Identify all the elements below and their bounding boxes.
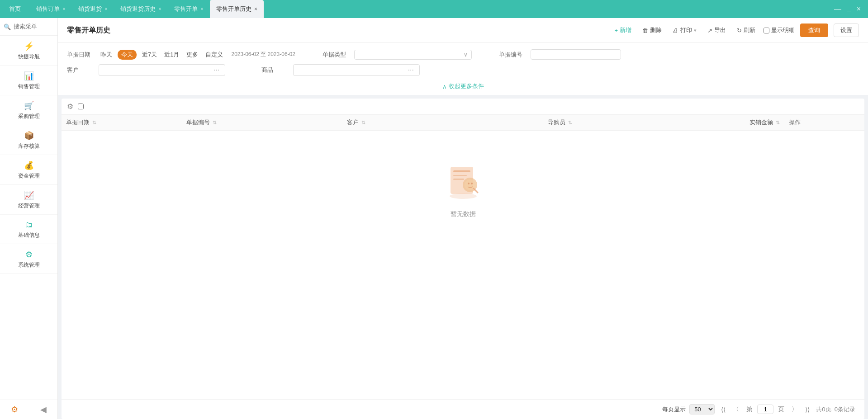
sidebar-item-purchase-mgmt[interactable]: 🛒 采购管理 — [0, 95, 57, 125]
page-header: 零售开单历史 + 新增 🗑 删除 🖨 打印 ▾ ↗ 导出 — [58, 18, 868, 43]
page-number-input[interactable] — [757, 405, 773, 414]
tab-retail-order-close[interactable]: × — [200, 6, 204, 12]
page-total: 共0页, 0条记录 — [816, 405, 855, 414]
goods-filter-label: 商品 — [261, 66, 289, 74]
col-guide: 导购员 ⇅ — [543, 115, 664, 131]
query-button[interactable]: 查询 — [800, 24, 828, 37]
date-opt-7days[interactable]: 近7天 — [140, 50, 159, 60]
sidebar-item-base-info[interactable]: 🗂 基础信息 — [0, 215, 57, 244]
sidebar-item-inventory[interactable]: 📦 库存核算 — [0, 125, 57, 155]
collapse-chevron-icon: ∧ — [442, 83, 447, 90]
number-filter-label: 单据编号 — [499, 51, 526, 59]
new-button[interactable]: + 新增 — [612, 24, 634, 36]
select-all-checkbox[interactable] — [78, 104, 84, 109]
col-number-sort[interactable]: ⇅ — [213, 120, 217, 125]
finance-icon: 💰 — [24, 160, 34, 170]
col-action: 操作 — [784, 115, 865, 131]
col-guide-sort[interactable]: ⇅ — [568, 120, 572, 125]
sidebar-item-purchase-mgmt-label: 采购管理 — [18, 113, 40, 120]
customer-input[interactable] — [103, 67, 212, 74]
operations-icon: 📈 — [24, 190, 34, 200]
refresh-label: 刷新 — [744, 26, 755, 34]
sidebar-item-sys-mgmt[interactable]: ⚙ 系统管理 — [0, 244, 57, 274]
sidebar-item-operations-label: 经营管理 — [18, 202, 40, 210]
sidebar: 🔍 搜索采单 ⚡ 快捷导航 📊 销售管理 🛒 采购管理 📦 库存核算 💰 资金管… — [0, 18, 58, 419]
sys-mgmt-icon: ⚙ — [25, 250, 33, 259]
last-page-icon[interactable]: ⟩⟩ — [802, 405, 812, 414]
tab-return-close[interactable]: × — [104, 6, 108, 12]
sidebar-item-sales-mgmt-label: 销售管理 — [18, 83, 40, 90]
col-amount-label: 实销金额 — [749, 119, 773, 126]
sidebar-search-area[interactable]: 🔍 搜索采单 — [0, 18, 57, 36]
collapse-button[interactable]: ∧ 收起更多条件 — [442, 82, 484, 90]
tab-retail-history-close[interactable]: × — [254, 6, 257, 12]
tab-return-history[interactable]: 销货退货历史 × — [114, 0, 168, 18]
display-checkbox[interactable] — [764, 28, 769, 33]
sidebar-item-quick-nav[interactable]: ⚡ 快捷导航 — [0, 36, 57, 66]
refresh-icon: ↻ — [737, 27, 742, 34]
print-chevron-icon: ▾ — [694, 28, 697, 33]
print-button[interactable]: 🖨 打印 ▾ — [670, 24, 699, 36]
sidebar-item-sales-mgmt[interactable]: 📊 销售管理 — [0, 66, 57, 95]
date-opt-more[interactable]: 更多 — [185, 50, 200, 60]
type-select[interactable]: ∨ — [354, 50, 472, 60]
print-label: 打印 — [680, 26, 692, 34]
sidebar-search-inner[interactable]: 🔍 搜索采单 — [4, 23, 54, 31]
date-opt-today[interactable]: 今天 — [118, 50, 137, 60]
setting-button[interactable]: 设置 — [834, 24, 859, 37]
date-filter-label: 单据日期 — [67, 51, 94, 59]
maximize-icon[interactable]: □ — [847, 5, 851, 13]
delete-button[interactable]: 🗑 删除 — [640, 24, 664, 36]
date-opt-1month[interactable]: 近1月 — [162, 50, 181, 60]
collapse-label: 收起更多条件 — [449, 82, 484, 90]
date-opt-custom[interactable]: 自定义 — [204, 50, 225, 60]
tab-sales-order-close[interactable]: × — [62, 6, 66, 12]
sidebar-item-operations[interactable]: 📈 经营管理 — [0, 185, 57, 215]
table-settings-icon[interactable]: ⚙ — [67, 102, 73, 111]
date-range: 2023-06-02 至 2023-06-02 — [231, 51, 295, 58]
toolbar: + 新增 🗑 删除 🖨 打印 ▾ ↗ 导出 ↻ 刷新 — [612, 24, 859, 42]
print-icon: 🖨 — [673, 27, 678, 34]
window-close-icon[interactable]: × — [857, 5, 861, 13]
first-page-icon[interactable]: ⟨⟨ — [718, 405, 728, 414]
tab-retail-order-label: 零售开单 — [174, 5, 198, 13]
main-layout: 🔍 搜索采单 ⚡ 快捷导航 📊 销售管理 🛒 采购管理 📦 库存核算 💰 资金管… — [0, 18, 868, 419]
date-opt-yesterday[interactable]: 昨天 — [99, 50, 114, 60]
display-toggle[interactable]: 显示明细 — [764, 26, 795, 34]
goods-input[interactable] — [297, 67, 406, 74]
inventory-icon: 📦 — [24, 131, 34, 141]
refresh-button[interactable]: ↻ 刷新 — [734, 24, 758, 36]
data-table: 单据日期 ⇅ 单据编号 ⇅ 客户 ⇅ — [62, 115, 864, 131]
customer-ellipsis-button[interactable]: ··· — [212, 66, 221, 74]
tab-sales-order[interactable]: 销售订单 × — [30, 0, 72, 18]
tab-return[interactable]: 销货退货 × — [72, 0, 114, 18]
tab-return-history-close[interactable]: × — [158, 6, 161, 12]
minimize-icon[interactable]: — — [834, 5, 841, 13]
quick-nav-icon: ⚡ — [24, 41, 34, 51]
tab-retail-order[interactable]: 零售开单 × — [168, 0, 210, 18]
page-label-prefix: 第 — [744, 405, 755, 414]
settings-bottom-icon[interactable]: ⚙ — [11, 405, 18, 414]
col-guide-label: 导购员 — [548, 119, 565, 126]
per-page-select[interactable]: 50 100 200 — [689, 404, 715, 414]
filter-area: 单据日期 昨天 今天 近7天 近1月 更多 自定义 2023-06-02 至 2… — [58, 43, 868, 95]
tab-home[interactable]: 首页 — [0, 0, 30, 18]
base-info-icon: 🗂 — [25, 220, 33, 230]
svg-rect-4 — [453, 179, 464, 180]
sidebar-item-finance[interactable]: 💰 资金管理 — [0, 155, 57, 185]
col-date-sort[interactable]: ⇅ — [92, 120, 96, 125]
next-page-icon[interactable]: 〉 — [789, 405, 801, 414]
customer-input-wrap: ··· — [99, 64, 225, 76]
col-amount-sort[interactable]: ⇅ — [776, 120, 780, 125]
col-customer-sort[interactable]: ⇅ — [361, 120, 365, 125]
number-input[interactable] — [535, 51, 617, 58]
collapse-sidebar-icon[interactable]: ◀ — [40, 405, 47, 414]
prev-page-icon[interactable]: 〈 — [730, 405, 742, 414]
tab-retail-history[interactable]: 零售开单历史 × — [210, 0, 264, 18]
type-filter-label: 单据类型 — [323, 51, 350, 59]
tab-home-label: 首页 — [9, 5, 21, 13]
goods-ellipsis-button[interactable]: ··· — [406, 66, 416, 74]
export-button[interactable]: ↗ 导出 — [705, 24, 729, 36]
tab-retail-history-label: 零售开单历史 — [216, 5, 251, 13]
delete-icon: 🗑 — [642, 27, 648, 34]
